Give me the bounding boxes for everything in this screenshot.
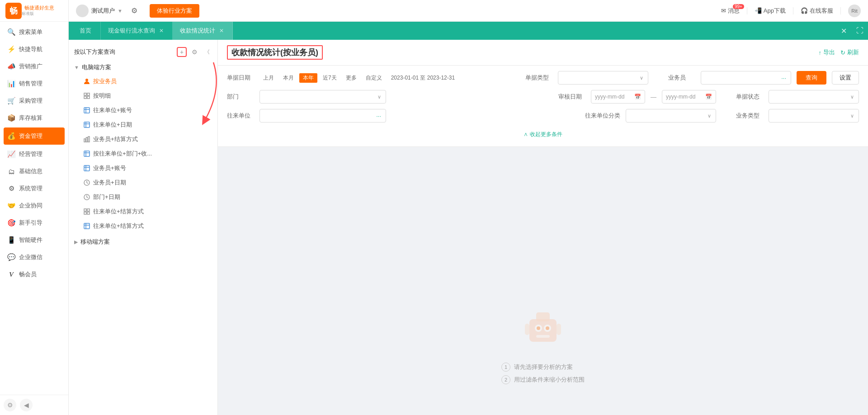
sidebar-collapse-button[interactable]: ◀	[20, 399, 33, 411]
counterpart-select[interactable]: ···	[259, 109, 386, 123]
sidebar-item-system[interactable]: ⚙ 系统管理	[0, 180, 68, 197]
salesperson-select[interactable]: ···	[701, 71, 791, 85]
clock-icon	[83, 179, 90, 186]
sales-icon: 📊	[7, 80, 15, 88]
tab-collection-stats-close-icon[interactable]: ✕	[218, 27, 225, 34]
add-icon: +	[180, 48, 184, 56]
tab-bank-flow-close-icon[interactable]: ✕	[158, 27, 165, 34]
sidebar-item-basic[interactable]: 🗂 基础信息	[0, 163, 68, 180]
tip-area: 1 请先选择要分析的方案 2 用过滤条件来缩小分析范围	[218, 147, 868, 415]
page-title: 收款情况统计(按业务员)	[227, 45, 323, 60]
trial-button[interactable]: 体验行业方案	[150, 4, 199, 18]
scheme-item-by-detail[interactable]: 按明细	[69, 89, 217, 103]
grid-icon	[83, 92, 90, 99]
scheme-add-icon[interactable]: +	[177, 47, 187, 57]
svg-rect-22	[84, 209, 86, 211]
scheme-item-dept-date[interactable]: 部门+日期	[69, 190, 217, 204]
scheme-mobile-group-label: 移动端方案	[80, 238, 110, 246]
logo-badge: 标准版	[22, 11, 54, 17]
step-1-number: 1	[501, 363, 510, 372]
sidebar-item-label: 快捷导航	[19, 45, 42, 53]
scheme-item-salesperson-settlement[interactable]: 业务员+结算方式	[69, 132, 217, 146]
date-tab-7days[interactable]: 近7天	[319, 73, 340, 83]
sidebar-item-member[interactable]: V 畅会员	[0, 266, 68, 283]
date-to-placeholder: yyyy-mm-dd	[666, 94, 695, 100]
settings-button[interactable]: 设置	[832, 71, 859, 85]
date-tab-this-year[interactable]: 本年	[299, 73, 317, 83]
sidebar-item-wechat[interactable]: 💬 企业微信	[0, 249, 68, 266]
salesperson-more-icon[interactable]: ···	[781, 75, 786, 81]
scheme-item-counterpart-settlement1[interactable]: 往来单位+结算方式	[69, 204, 217, 219]
online-service-button[interactable]: 🎧 在线客服	[801, 7, 833, 15]
scheme-item-salesperson-date[interactable]: 业务员+日期	[69, 175, 217, 190]
sidebar-item-purchase[interactable]: 🛒 采购管理	[0, 92, 68, 109]
dept-select[interactable]: ∨	[259, 90, 386, 104]
scheme-item-counterpart-dept[interactable]: 按往来单位+部门+收...	[69, 146, 217, 161]
sidebar-item-search[interactable]: 🔍 搜索菜单	[0, 24, 68, 41]
voucher-type-select[interactable]: ∨	[558, 71, 648, 85]
tab-collection-stats[interactable]: 收款情况统计 ✕	[173, 22, 233, 40]
scheme-item-counterpart-account[interactable]: 往来单位+账号	[69, 103, 217, 118]
tab-close-all-button[interactable]: ✕	[837, 24, 850, 37]
tab-bank-flow[interactable]: 现金银行流水查询 ✕	[101, 22, 173, 40]
query-row-2: 部门 ∨ 审核日期 yyyy-mm-dd 📅 — yyyy-mm-dd 📅	[227, 90, 859, 104]
sidebar-item-finance[interactable]: 💰 资金管理	[4, 127, 65, 145]
sidebar-item-marketing[interactable]: 📣 营销推广	[0, 58, 68, 75]
scheme-item-label: 按业务员	[93, 77, 117, 85]
sidebar-settings-button[interactable]: ⚙	[4, 399, 16, 411]
wechat-icon: 💬	[7, 253, 15, 261]
topbar-gear-icon[interactable]: ⚙	[128, 5, 141, 17]
user-avatar-button[interactable]: Rit	[848, 5, 861, 17]
sidebar-item-label: 新手引导	[19, 219, 42, 227]
sidebar-item-hardware[interactable]: 📱 智能硬件	[0, 231, 68, 249]
date-tab-this-month[interactable]: 本月	[279, 73, 297, 83]
topbar-user[interactable]: 测试用户 ▼	[76, 5, 123, 17]
counterpart-label: 往来单位	[227, 112, 254, 120]
salesperson-label: 业务员	[668, 74, 695, 82]
table-icon	[83, 107, 90, 114]
sidebar-item-operations[interactable]: 📈 经营管理	[0, 146, 68, 163]
table-icon-2	[83, 121, 90, 128]
logo-area: 畅 畅捷通好生意 标准版	[0, 0, 68, 22]
scheme-settings-icon[interactable]: ⚙	[189, 47, 199, 57]
date-tab-last-month[interactable]: 上月	[259, 73, 278, 83]
scheme-item-counterpart-settlement2[interactable]: 往来单位+结算方式	[69, 219, 217, 233]
sidebar-item-sales[interactable]: 📊 销售管理	[0, 75, 68, 92]
refresh-button[interactable]: ↻ 刷新	[840, 48, 859, 57]
messages-button[interactable]: ✉ 消息 99+	[721, 7, 740, 15]
date-tab-more[interactable]: 更多	[342, 73, 360, 83]
scheme-panel-header: 按以下方案查询 + ⚙ 《	[69, 43, 217, 61]
voucher-status-select[interactable]: ∨	[769, 90, 859, 104]
scheme-item-counterpart-date[interactable]: 往来单位+日期	[69, 118, 217, 132]
date-tab-custom[interactable]: 自定义	[362, 73, 386, 83]
scheme-item-salesperson-account[interactable]: 业务员+账号	[69, 161, 217, 175]
user-avatar-small: Rit	[848, 5, 861, 17]
scheme-pc-group-title[interactable]: ▼ 电脑端方案	[69, 61, 217, 74]
page-container: 收款情况统计(按业务员) ↑ 导出 ↻ 刷新 单据日期	[218, 40, 868, 415]
sidebar-item-enterprise[interactable]: 🤝 企业协同	[0, 197, 68, 214]
counterpart-more-icon[interactable]: ···	[376, 113, 381, 119]
tab-home[interactable]: 首页	[71, 22, 101, 40]
counterpart-category-select[interactable]: ∨	[626, 109, 716, 123]
review-date-from-input[interactable]: yyyy-mm-dd 📅	[591, 90, 645, 104]
scheme-mobile-group-title[interactable]: ▶ 移动端方案	[69, 235, 217, 249]
sidebar-item-quick-nav[interactable]: ⚡ 快捷导航	[0, 41, 68, 58]
sidebar-item-newbie[interactable]: 🎯 新手引导	[0, 214, 68, 231]
sidebar-item-label: 销售管理	[19, 80, 42, 88]
export-button[interactable]: ↑ 导出	[819, 48, 835, 57]
review-date-to-input[interactable]: yyyy-mm-dd 📅	[662, 90, 716, 104]
sidebar-item-label: 采购管理	[19, 97, 42, 105]
app-download-button[interactable]: 📲 App下载	[755, 7, 786, 15]
content-area: 按以下方案查询 + ⚙ 《 ▼ 电脑端方案	[69, 40, 868, 415]
sidebar-item-label: 智能硬件	[19, 236, 42, 244]
sidebar-item-inventory[interactable]: 📦 库存核算	[0, 109, 68, 127]
tab-expand-button[interactable]: ⛶	[854, 24, 866, 37]
business-type-select[interactable]: ∨	[769, 109, 859, 123]
svg-rect-36	[525, 324, 529, 335]
marketing-icon: 📣	[7, 62, 15, 71]
scheme-item-by-salesperson[interactable]: 按业务员	[69, 74, 217, 89]
scheme-collapse-icon[interactable]: 《	[202, 47, 212, 57]
collapse-more-button[interactable]: ∧ 收起更多条件	[521, 128, 565, 141]
chevron-down-icon: ▼	[74, 65, 79, 70]
query-button[interactable]: 查询	[797, 71, 826, 85]
